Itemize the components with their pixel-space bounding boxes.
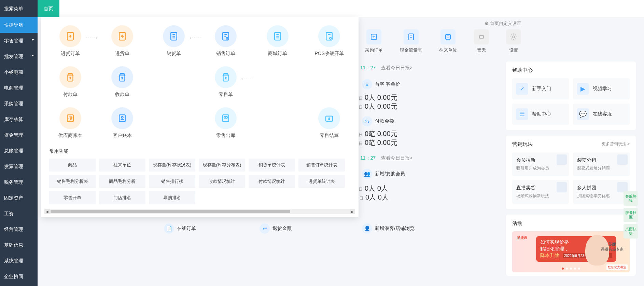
chip-sale-rank[interactable]: 销售排行榜 <box>149 175 195 188</box>
flow-supplier-ledger[interactable]: 供 供应商账本 <box>44 107 96 139</box>
flow-sale-order[interactable]: 销售订单 <box>200 25 252 57</box>
mkt-sub: 裂变式发展分销商 <box>577 165 626 171</box>
chip-receipt-stats[interactable]: 收款情况统计 <box>199 175 245 188</box>
sidebar-item-enterprise[interactable]: 企业协同 <box>0 269 38 284</box>
shortcut-empty[interactable]: 暂无 <box>474 29 489 53</box>
shortcut-cashflow[interactable]: 现金流量表 <box>400 29 422 53</box>
help-video[interactable]: ▶视频学习 <box>573 78 630 99</box>
sidebar-item-operation[interactable]: 经营管理 <box>0 221 38 237</box>
sidebar-item-tax[interactable]: 税务管理 <box>0 174 38 190</box>
mkt-live[interactable]: 直播卖货场景式购物新玩法 <box>512 180 569 204</box>
chip-payment-stats[interactable]: 付款情况统计 <box>249 175 295 188</box>
flow-receipt[interactable]: 收款单 <box>96 66 148 98</box>
sidebar-item-xiaochang[interactable]: 小畅电商 <box>0 64 38 80</box>
sidebar-item-newbie[interactable]: 新手引导 <box>0 284 38 286</box>
sidebar-item-wholesale[interactable]: 批发管理 <box>0 49 38 64</box>
help-service[interactable]: 💬在线客服 <box>573 104 630 125</box>
dot[interactable] <box>562 268 564 270</box>
activity-banner[interactable]: 畅捷通 “ 如何实现价格 精细化管理， 降本升效 2022年9月23日 14:0… <box>512 231 630 272</box>
frag-time-report2: 11：27 查看今日日报> <box>360 155 412 161</box>
flow-purchase-bill[interactable]: 进货单 <box>96 25 148 57</box>
daily-report-link[interactable]: 查看今日日报> <box>381 155 412 161</box>
help-newbie[interactable]: ✓新手入门 <box>512 78 569 99</box>
help-label: 视频学习 <box>593 86 612 92</box>
sidebar-item-purchase[interactable]: 采购管理 <box>0 96 38 111</box>
pre-label: 日 <box>359 132 363 137</box>
flow-pos[interactable]: POS收银开单 <box>303 25 355 57</box>
chip-sale-stats[interactable]: 销货单统计表 <box>249 159 295 172</box>
scroll-right-icon[interactable]: ▶ <box>350 209 355 214</box>
shop-order-icon <box>267 25 289 47</box>
sidebar-item-fixedassets[interactable]: 固定资产 <box>0 190 38 206</box>
sidebar-item-invoice[interactable]: 发票管理 <box>0 159 38 174</box>
shortcut-purchase-order[interactable]: 采购订单 <box>365 29 383 53</box>
dot[interactable] <box>574 268 576 270</box>
flow-shop-order[interactable]: 商城订单 <box>252 25 304 57</box>
more-marketing-link[interactable]: 更多营销玩法 > <box>602 141 630 147</box>
dot[interactable] <box>570 268 572 270</box>
carousel-dots[interactable] <box>562 268 580 270</box>
flow-retail[interactable]: 零售单 ‹····· <box>200 66 252 98</box>
flow-retail-settle[interactable]: 零售结算 <box>303 107 355 139</box>
chip-guide-rank[interactable]: 导购排名 <box>149 191 195 204</box>
sidebar-item-ecommerce[interactable]: 电商管理 <box>0 80 38 96</box>
flow-row-3: 供 供应商账本 客户账本 零售出库 零售结算 <box>41 107 359 139</box>
tab-home[interactable]: 首页 <box>38 0 59 17</box>
chip-stock-dist[interactable]: 现存量(库存分布表) <box>199 159 245 172</box>
flow-payment[interactable]: 付款单 <box>44 66 96 98</box>
chip-product[interactable]: 商品 <box>49 159 96 172</box>
sidebar-item-system[interactable]: 系统管理 <box>0 253 38 269</box>
sidebar-item-basicinfo[interactable]: 基础信息 <box>0 237 38 253</box>
mega-scrollbar[interactable]: ◀ ▶ <box>44 209 355 214</box>
flow-sale-bill[interactable]: 销货单 ‹····· <box>148 25 200 57</box>
shortcut-settings[interactable]: 设置 <box>506 29 521 53</box>
chip-purchase-stats[interactable]: 进货单统计表 <box>298 175 345 188</box>
mkt-group[interactable]: 多人拼团拼团购物享受优惠 <box>573 180 630 204</box>
scrollbar-track[interactable] <box>50 209 350 214</box>
chip-retail-open[interactable]: 零售开单 <box>49 191 96 204</box>
flow-label: POS收银开单 <box>303 51 355 57</box>
sidebar-item-ledger[interactable]: 总账管理 <box>0 143 38 159</box>
deco-icon <box>617 182 628 192</box>
dot[interactable] <box>578 268 580 270</box>
chip-company[interactable]: 往来单位 <box>99 159 145 172</box>
chip-store-rank[interactable]: 门店排名 <box>99 191 145 204</box>
money-icon: ¥ <box>362 79 372 90</box>
text: 退货金额 <box>272 226 292 231</box>
custom-settings-link[interactable]: 首页自定义设置 <box>485 21 521 27</box>
dot[interactable] <box>566 268 568 270</box>
mkt-fission[interactable]: 裂变分销裂变式发展分销商 <box>573 152 630 176</box>
people-icon: 👥 <box>362 169 372 179</box>
deco-icon <box>557 182 567 192</box>
flow-purchase-order[interactable]: 进货订单 ·····› <box>44 25 96 57</box>
help-center[interactable]: ☰帮助中心 <box>512 104 569 125</box>
right-column: 帮助中心 ✓新手入门 ▶视频学习 ☰帮助中心 💬在线客服 营销玩法 更多营销玩法… <box>506 62 636 281</box>
sidebar-item-salary[interactable]: 工资 <box>0 206 38 221</box>
chip-stock-status[interactable]: 现存量(库存状况表) <box>149 159 195 172</box>
sidebar-item-retail[interactable]: 零售管理 <box>0 33 38 49</box>
flow-label: 进货订单 <box>44 51 96 57</box>
sidebar-item-funds[interactable]: 资金管理 <box>0 127 38 143</box>
daily-report-link[interactable]: 查看今日日报> <box>381 65 412 70</box>
flow-label: 零售结算 <box>303 133 355 139</box>
chip-saleorder-stats[interactable]: 销售订单统计表 <box>298 159 345 172</box>
dock-shortcut[interactable]: 桌面快捷 <box>624 224 638 239</box>
scroll-left-icon[interactable]: ◀ <box>44 209 50 214</box>
mkt-member[interactable]: 会员拉新吸引用户成为会员 <box>512 152 569 176</box>
shortcut-company[interactable]: 往来单位 <box>439 29 457 53</box>
flow-retail-out[interactable]: 零售出库 <box>200 107 252 139</box>
cart-icon <box>366 29 381 44</box>
sidebar-search[interactable]: 搜索菜单 <box>0 0 38 17</box>
sidebar-item-inventory[interactable]: 库存核算 <box>0 111 38 127</box>
scrollbar-thumb[interactable] <box>51 210 290 213</box>
flow-customer-ledger[interactable]: 客户账本 <box>96 107 148 139</box>
dock-community[interactable]: 服务社区 <box>624 208 638 222</box>
bubble-line2: 精细化管理， <box>540 246 569 251</box>
sidebar-item-label: 零售管理 <box>4 38 23 43</box>
sidebar-item-quicknav[interactable]: 快捷导航 <box>0 17 38 33</box>
chip-product-profit[interactable]: 商品毛利分析 <box>99 175 145 188</box>
quicknav-mega-menu: 进货订单 ·····› 进货单 销货单 ‹····· 销售订单 <box>41 17 359 217</box>
dock-hotline[interactable]: 客服热线 <box>624 191 638 206</box>
empty-icon <box>474 29 489 44</box>
chip-sale-profit[interactable]: 销售毛利分析表 <box>49 175 96 188</box>
